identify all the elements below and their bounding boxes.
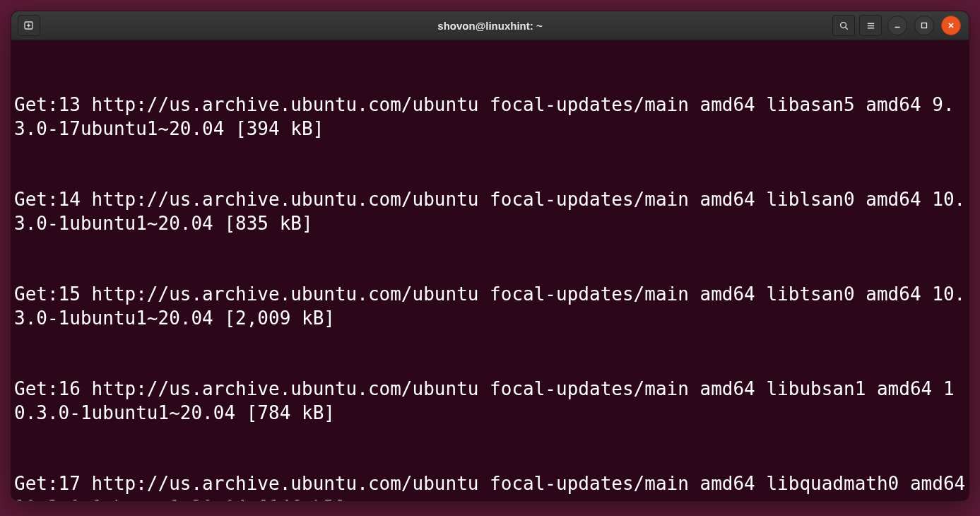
titlebar-right [830, 15, 964, 36]
minimize-icon [893, 21, 902, 30]
terminal-line: Get:16 http://us.archive.ubuntu.com/ubun… [14, 377, 966, 425]
menu-button[interactable] [859, 15, 882, 36]
minimize-button[interactable] [887, 16, 907, 35]
hamburger-icon [866, 20, 876, 31]
terminal-line: Get:17 http://us.archive.ubuntu.com/ubun… [14, 472, 966, 500]
terminal-window: shovon@linuxhint: ~ [11, 11, 969, 500]
search-icon [839, 20, 849, 31]
maximize-icon [920, 21, 928, 30]
maximize-button[interactable] [914, 16, 934, 35]
search-button[interactable] [832, 15, 855, 36]
close-icon [947, 21, 955, 30]
svg-point-3 [840, 22, 846, 28]
terminal-line: Get:15 http://us.archive.ubuntu.com/ubun… [14, 283, 966, 330]
titlebar-left [16, 15, 42, 36]
terminal-body[interactable]: Get:13 http://us.archive.ubuntu.com/ubun… [11, 40, 969, 500]
new-tab-button[interactable] [18, 15, 40, 36]
titlebar: shovon@linuxhint: ~ [11, 11, 969, 40]
svg-rect-9 [922, 23, 927, 28]
window-title: shovon@linuxhint: ~ [11, 20, 969, 32]
close-button[interactable] [941, 16, 961, 35]
new-tab-icon [23, 20, 35, 31]
svg-line-4 [845, 27, 847, 29]
terminal-line: Get:14 http://us.archive.ubuntu.com/ubun… [14, 188, 966, 235]
terminal-line: Get:13 http://us.archive.ubuntu.com/ubun… [14, 93, 966, 141]
